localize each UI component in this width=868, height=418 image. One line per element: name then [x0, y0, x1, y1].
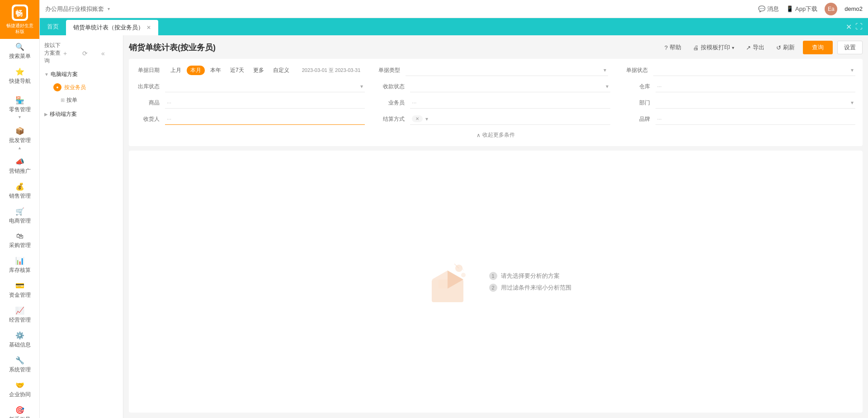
date-tab-more[interactable]: 更多 — [250, 66, 268, 75]
sidebar-item-system[interactable]: 🔧 系统管理 — [0, 352, 39, 377]
plan-group-mobile-label: 移动端方案 — [50, 110, 77, 118]
goods-control[interactable]: ··· — [165, 97, 365, 109]
refresh-btn[interactable]: ↺ 刷新 — [773, 42, 798, 53]
empty-illustration — [420, 255, 475, 309]
sidebar-item-ecommerce[interactable]: 🛒 电商管理 — [0, 204, 39, 228]
finance-icon: 💳 — [15, 281, 24, 290]
newuser-icon: 🎯 — [15, 406, 24, 414]
payment-tag-close[interactable]: ✕ — [415, 116, 419, 121]
sidebar-logo[interactable]: 畅 畅捷通好生意 标版 — [0, 0, 39, 39]
collapse-label: 收起更多条件 — [482, 131, 515, 139]
filter-area: 单据日期 上月 本月 本年 近7天 更多 自定义 2023-03-01 至 20… — [129, 59, 863, 146]
date-tab-this-month[interactable]: 本月 — [187, 66, 205, 75]
add-plan-icon[interactable]: + — [63, 50, 80, 57]
out-status-control[interactable]: ▾ — [165, 81, 365, 92]
tab-close-icon[interactable]: ✕ — [146, 24, 151, 31]
date-tab-this-year[interactable]: 本年 — [207, 66, 225, 75]
receiver-control[interactable]: ··· — [165, 113, 365, 125]
staff-label: 业务员 — [381, 99, 405, 107]
plan-item-by-staff[interactable]: ● 按业务员 — [40, 81, 123, 94]
dept-control[interactable]: ▾ — [656, 97, 855, 109]
topbar-message-btn[interactable]: 💬 消息 — [758, 5, 779, 13]
print-icon: 🖨 — [693, 44, 699, 51]
tab-minimize-icon[interactable]: ✕ — [846, 23, 852, 31]
topbar-left: 办公用品行业模拟账套 ▾ — [45, 5, 110, 13]
marketing-icon: 📣 — [15, 157, 24, 166]
plan-group-mobile-header[interactable]: ▶ 移动端方案 — [40, 108, 123, 120]
sidebar-item-quick-nav[interactable]: ⭐ 快捷导航 — [0, 64, 39, 89]
doc-status-label: 单据状态 — [624, 66, 648, 74]
sidebar-item-sales[interactable]: 💰 销售管理 — [0, 179, 39, 204]
system-icon: 🔧 — [15, 356, 24, 365]
plan-sub-item-by-doc[interactable]: ⊞ 按单 — [40, 94, 123, 106]
settings-button[interactable]: 设置 — [837, 41, 863, 54]
date-label: 单据日期 — [136, 66, 160, 74]
user-avatar[interactable]: Ea — [825, 3, 837, 15]
logo-icon: 畅 — [12, 5, 28, 21]
date-tab-last-month[interactable]: 上月 — [167, 66, 185, 75]
sidebar-item-basic[interactable]: ⚙️ 基础信息 — [0, 328, 39, 352]
topbar-app-download-btn[interactable]: 📱 App下载 — [786, 5, 817, 13]
sidebar-item-wholesale[interactable]: 📦 批发管理 ▲ — [0, 123, 39, 154]
collapse-panel-icon[interactable]: « — [101, 50, 118, 57]
sidebar-item-operations[interactable]: 📈 经营管理 — [0, 303, 39, 328]
plan-item-staff-icon: ● — [53, 83, 61, 91]
help-btn[interactable]: ? 帮助 — [661, 42, 685, 53]
staff-placeholder: ··· — [412, 100, 608, 106]
enterprise-icon: 🤝 — [15, 381, 24, 390]
plan-group-desktop-header[interactable]: ▼ 电脑端方案 — [40, 68, 123, 81]
type-control[interactable]: ▾ — [406, 64, 608, 76]
sidebar-item-purchase[interactable]: 🛍 采购管理 — [0, 228, 39, 253]
receipt-dropdown-icon[interactable]: ▾ — [606, 83, 609, 90]
sidebar-newuser-label: 新手引导 — [9, 416, 31, 418]
date-tab-custom[interactable]: 自定义 — [269, 66, 293, 75]
main-area: 办公用品行业模拟账套 ▾ 💬 消息 📱 App下载 Ea demo2 首页 销货… — [40, 0, 868, 418]
left-panel-title: 按以下方案查询 — [44, 42, 61, 65]
left-panel-header: 按以下方案查询 + ⟳ « — [40, 39, 123, 67]
staff-control[interactable]: ··· — [410, 97, 610, 109]
warehouse-control[interactable]: ··· — [656, 81, 855, 92]
receipt-control[interactable]: ▾ — [410, 81, 610, 92]
tab-sales-stats[interactable]: 销货单统计表（按业务员） ✕ — [66, 20, 158, 35]
brand-control[interactable]: ··· — [656, 113, 855, 125]
collapse-btn[interactable]: ∧ 收起更多条件 — [136, 129, 855, 141]
print-btn[interactable]: 🖨 按模板打印 ▾ — [689, 42, 738, 53]
payment-tag: ✕ — [412, 115, 423, 122]
tabbar: 首页 销货单统计表（按业务员） ✕ ✕ ⛶ — [40, 18, 868, 35]
plan-item-staff-label: 按业务员 — [64, 84, 86, 91]
sidebar-item-enterprise[interactable]: 🤝 企业协同 — [0, 377, 39, 402]
svg-point-7 — [461, 273, 466, 277]
sidebar-purchase-label: 采购管理 — [9, 242, 31, 249]
type-dropdown-icon[interactable]: ▾ — [604, 67, 606, 73]
purchase-icon: 🛍 — [16, 232, 24, 240]
breadcrumb-dropdown-icon[interactable]: ▾ — [108, 6, 110, 11]
status-dropdown-icon[interactable]: ▾ — [851, 67, 854, 73]
inventory-icon: 📊 — [15, 256, 24, 265]
filter-row-1: 单据日期 上月 本月 本年 近7天 更多 自定义 2023-03-01 至 20… — [136, 64, 855, 76]
refresh-label: 刷新 — [783, 43, 795, 52]
tab-expand-icon[interactable]: ⛶ — [855, 23, 863, 31]
print-dropdown-icon: ▾ — [732, 45, 734, 50]
sidebar-item-finance[interactable]: 💳 资金管理 — [0, 278, 39, 303]
payment-dropdown-icon[interactable]: ▾ — [425, 116, 428, 122]
query-button[interactable]: 查询 — [803, 41, 833, 54]
status-control[interactable]: ▾ — [653, 64, 855, 76]
sidebar-item-inventory[interactable]: 📊 库存核算 — [0, 253, 39, 278]
sidebar-ecommerce-label: 电商管理 — [9, 217, 31, 225]
dept-dropdown-icon[interactable]: ▾ — [851, 100, 854, 106]
right-panel: 销货单统计表(按业务员) ? 帮助 🖨 按模板打印 ▾ ↗ 导出 — [123, 35, 868, 418]
sidebar-marketing-label: 营销推广 — [9, 167, 31, 175]
refresh-plan-icon[interactable]: ⟳ — [82, 50, 99, 57]
export-btn[interactable]: ↗ 导出 — [742, 42, 768, 53]
username[interactable]: demo2 — [844, 5, 863, 12]
date-tab-7days[interactable]: 近7天 — [226, 66, 248, 75]
retail-arrow: ▼ — [18, 115, 22, 119]
sidebar-item-newuser[interactable]: 🎯 新手引导 — [0, 402, 39, 418]
sidebar-item-marketing[interactable]: 📣 营销推广 — [0, 154, 39, 179]
tab-home[interactable]: 首页 — [40, 18, 66, 35]
payment-control[interactable]: ✕ ▾ — [410, 113, 610, 125]
sidebar-item-retail[interactable]: 🏪 零售管理 ▼ — [0, 92, 39, 123]
topbar: 办公用品行业模拟账套 ▾ 💬 消息 📱 App下载 Ea demo2 — [40, 0, 868, 18]
out-dropdown-icon[interactable]: ▾ — [360, 83, 363, 90]
sidebar-item-search[interactable]: 🔍 搜索菜单 — [0, 39, 39, 64]
